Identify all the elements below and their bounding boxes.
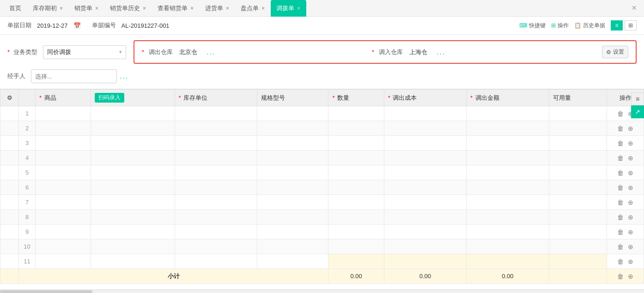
row-cost[interactable] [384, 180, 466, 195]
row-amount[interactable] [467, 151, 549, 165]
row-unit[interactable] [175, 239, 257, 254]
row-amount[interactable] [467, 106, 549, 121]
row-delete-button[interactable]: 🗑 [616, 242, 625, 251]
row-product[interactable] [36, 210, 91, 225]
row-spec[interactable] [257, 106, 328, 121]
row-cost[interactable] [384, 210, 466, 225]
subtotal-delete-button[interactable]: 🗑 [616, 272, 625, 281]
business-type-select[interactable]: 同价调拨 ▾ [43, 45, 126, 59]
row-cost[interactable] [384, 165, 466, 180]
row-unit[interactable] [175, 106, 257, 121]
tab-sales-order-close[interactable]: × [95, 5, 98, 12]
row-spec[interactable] [257, 151, 328, 165]
row-unit[interactable] [175, 210, 257, 225]
row-product[interactable] [36, 225, 91, 239]
tab-view-sales-close[interactable]: × [190, 5, 194, 12]
tab-purchase-order-close[interactable]: × [226, 5, 229, 12]
row-unit[interactable] [175, 136, 257, 151]
row-delete-button[interactable]: 🗑 [616, 198, 625, 207]
tab-sales-history[interactable]: 销货单历史 × [104, 0, 152, 17]
row-delete-button[interactable]: 🗑 [616, 183, 625, 192]
row-unit[interactable] [175, 195, 257, 210]
view-list-button[interactable]: ≡ [611, 20, 623, 31]
row-copy-button[interactable]: ⊕ [626, 168, 635, 177]
shortcuts-button[interactable]: ⌨ 快捷键 [519, 22, 546, 30]
row-cost[interactable] [384, 195, 466, 210]
tab-purchase-order[interactable]: 进货单 × [200, 0, 235, 17]
row-delete-button[interactable]: 🗑 [616, 257, 625, 266]
row-copy-button[interactable]: ⊕ [626, 183, 635, 192]
warehouse-out-more[interactable]: ... [207, 48, 215, 56]
row-spec[interactable] [257, 136, 328, 151]
row-spec[interactable] [257, 239, 328, 254]
row-copy-button[interactable]: ⊕ [626, 153, 635, 163]
row-cost[interactable] [384, 121, 466, 136]
row-cost[interactable] [384, 136, 466, 151]
row-cost[interactable] [384, 239, 466, 254]
col-gear[interactable]: ⚙ [0, 90, 19, 106]
row-unit[interactable] [175, 180, 257, 195]
row-spec[interactable] [257, 195, 328, 210]
calendar-icon[interactable]: 📅 [73, 22, 81, 29]
row-copy-button[interactable]: ⊕ [626, 242, 635, 251]
view-grid-button[interactable]: ⊞ [625, 20, 637, 31]
row-cost[interactable] [384, 151, 466, 165]
row-qty[interactable] [328, 195, 384, 210]
row-spec[interactable] [257, 225, 328, 239]
tab-inventory-init[interactable]: 库存期初 × [27, 0, 69, 17]
row-copy-button[interactable]: ⊕ [626, 198, 635, 207]
window-close-button[interactable]: × [628, 3, 640, 13]
right-tool-external[interactable]: ↗ [631, 105, 644, 118]
row-qty[interactable] [328, 151, 384, 165]
row-spec[interactable] [257, 121, 328, 136]
row-product[interactable] [36, 121, 91, 136]
row-product[interactable] [36, 195, 91, 210]
tab-inventory-init-close[interactable]: × [60, 5, 63, 12]
tab-inventory-check[interactable]: 盘点单 × [235, 0, 271, 17]
row-product[interactable] [36, 106, 91, 121]
tab-transfer-close[interactable]: × [297, 5, 300, 12]
row-qty[interactable] [328, 165, 384, 180]
scan-button[interactable]: 扫码录入 [95, 93, 124, 103]
tab-inventory-check-close[interactable]: × [261, 5, 265, 12]
row-delete-button[interactable]: 🗑 [616, 153, 625, 163]
row-qty[interactable] [328, 136, 384, 151]
subtotal-copy-button[interactable]: ⊕ [626, 272, 635, 281]
row-unit[interactable] [175, 151, 257, 165]
row-qty[interactable] [328, 180, 384, 195]
row-product[interactable] [36, 136, 91, 151]
row-unit[interactable] [175, 121, 257, 136]
row-amount[interactable] [467, 225, 549, 239]
operations-button[interactable]: ⊞ 操作 [551, 22, 569, 30]
row-delete-button[interactable]: 🗑 [616, 227, 625, 237]
row-amount[interactable] [467, 195, 549, 210]
row-product[interactable] [36, 151, 91, 165]
horizontal-scrollbar[interactable] [0, 289, 644, 293]
history-button[interactable]: 📋 历史单据 [574, 22, 605, 30]
row-delete-button[interactable]: 🗑 [616, 213, 625, 222]
row-amount[interactable] [467, 180, 549, 195]
row-delete-button[interactable]: 🗑 [616, 139, 625, 148]
row-delete-button[interactable]: 🗑 [616, 168, 625, 177]
right-tool-list[interactable]: ≡ [631, 92, 644, 105]
row-amount[interactable] [467, 121, 549, 136]
row-qty[interactable] [328, 239, 384, 254]
row-spec[interactable] [257, 180, 328, 195]
row-amount[interactable] [467, 210, 549, 225]
settings-button[interactable]: ⚙ 设置 [602, 46, 628, 58]
row-unit[interactable] [175, 165, 257, 180]
scrollbar-thumb[interactable] [0, 290, 92, 293]
row-qty[interactable] [328, 106, 384, 121]
tab-sales-order[interactable]: 销货单 × [69, 0, 104, 17]
row-qty[interactable] [328, 210, 384, 225]
tab-home[interactable]: 首页 [4, 0, 27, 17]
row-spec[interactable] [257, 165, 328, 180]
row-cost[interactable] [384, 225, 466, 239]
row-product[interactable] [36, 180, 91, 195]
row-amount[interactable] [467, 239, 549, 254]
handler-input[interactable] [31, 69, 117, 83]
tab-sales-history-close[interactable]: × [143, 5, 146, 12]
row-copy-button[interactable]: ⊕ [626, 139, 635, 148]
col-scan[interactable]: 扫码录入 [91, 90, 175, 106]
row-amount[interactable] [467, 165, 549, 180]
